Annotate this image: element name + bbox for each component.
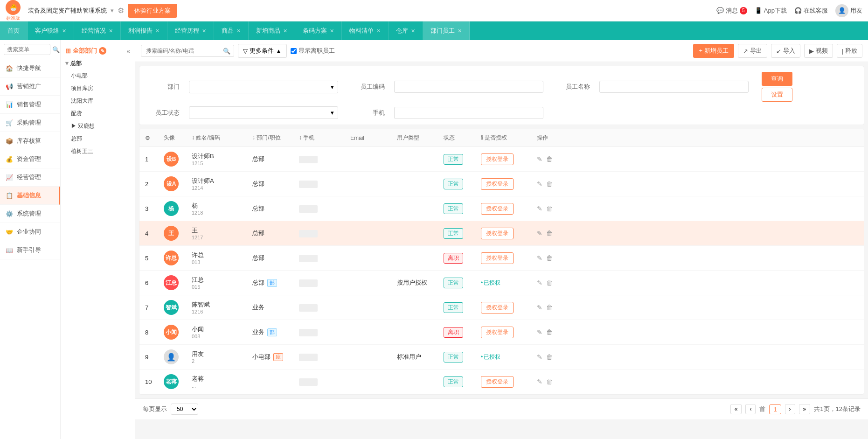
collapse-panel-btn[interactable]: « <box>127 48 130 55</box>
employee-name-input[interactable] <box>599 81 749 93</box>
sidebar-item-purchase[interactable]: 🛒 采购管理 <box>0 114 60 132</box>
dropdown-icon[interactable]: ▾ <box>111 7 114 14</box>
video-btn[interactable]: ▶ 视频 <box>804 44 833 58</box>
user-item[interactable]: 👤 用友 <box>835 4 862 17</box>
edit-dept-icon[interactable]: ✎ <box>99 47 106 55</box>
edit-icon[interactable]: ✎ <box>537 328 542 336</box>
th-dept[interactable]: ↕ 部门/职位 <box>247 129 293 147</box>
last-page-btn[interactable]: » <box>799 404 811 414</box>
sidebar-item-finance[interactable]: 💰 资金管理 <box>0 150 60 168</box>
trial-button[interactable]: 体验行业方案 <box>128 4 177 18</box>
tab-profit-close[interactable]: ✕ <box>155 28 160 34</box>
authorize-btn[interactable]: 授权登录 <box>481 178 514 190</box>
sidebar-item-inventory[interactable]: 📦 库存核算 <box>0 132 60 150</box>
tab-home[interactable]: 首页 <box>0 21 28 40</box>
tab-customer-close[interactable]: ✕ <box>62 28 66 34</box>
dept-item-distribution[interactable]: 配货 <box>61 107 135 120</box>
import-btn[interactable]: ↙ 导入 <box>771 44 800 58</box>
employee-search-input[interactable] <box>141 45 234 57</box>
sidebar-item-basic-info[interactable]: 📋 基础信息 <box>0 187 60 205</box>
other-btn[interactable]: | 释放 <box>837 44 862 58</box>
sidebar-item-sales[interactable]: 📊 销售管理 <box>0 96 60 114</box>
authorize-btn[interactable]: 授权登录 <box>481 252 514 264</box>
add-employee-btn[interactable]: + 新增员工 <box>693 44 734 58</box>
tab-profit[interactable]: 利润报告✕ <box>121 21 167 40</box>
message-item[interactable]: 💬 消息 5 <box>716 7 747 15</box>
app-download-item[interactable]: 📱 App下载 <box>755 7 787 15</box>
tab-employees[interactable]: 部门员工✕ <box>423 21 470 40</box>
sidebar-item-guide[interactable]: 📖 新手引导 <box>0 241 60 259</box>
authorize-btn[interactable]: 授权登录 <box>481 228 514 239</box>
authorize-btn[interactable]: 授权登录 <box>481 376 514 388</box>
employee-code-input[interactable] <box>394 81 543 93</box>
tab-goods[interactable]: 商品✕ <box>214 21 249 40</box>
tab-history-close[interactable]: ✕ <box>202 28 206 34</box>
authorize-btn[interactable]: 授权登录 <box>481 203 514 215</box>
tab-employees-close[interactable]: ✕ <box>458 28 462 34</box>
export-btn[interactable]: ↗ 导出 <box>738 44 767 58</box>
dept-item-shuanglu[interactable]: ▶ 双鹿想 <box>61 120 135 132</box>
tab-warehouse-close[interactable]: ✕ <box>411 28 415 34</box>
tab-bom-close[interactable]: ✕ <box>376 28 381 34</box>
edit-icon[interactable]: ✎ <box>537 205 542 212</box>
authorize-btn[interactable]: 授权登录 <box>481 327 514 338</box>
delete-icon[interactable]: 🗑 <box>546 230 553 237</box>
edit-icon[interactable]: ✎ <box>537 353 542 361</box>
first-page-btn[interactable]: « <box>730 404 742 414</box>
tab-history[interactable]: 经营历程✕ <box>167 21 214 40</box>
tab-customer[interactable]: 客户联络✕ <box>28 21 74 40</box>
dept-select[interactable]: ▾ <box>189 81 338 93</box>
more-conditions-btn[interactable]: ▽ 更多条件 ▲ <box>238 44 287 58</box>
tab-new-goods[interactable]: 新增商品✕ <box>249 21 295 40</box>
authorize-btn[interactable]: 授权登录 <box>481 153 514 165</box>
sidebar-item-quick-nav[interactable]: 🏠 快捷导航 <box>0 59 60 77</box>
delete-icon[interactable]: 🗑 <box>546 254 553 262</box>
edit-icon[interactable]: ✎ <box>537 378 542 385</box>
delete-icon[interactable]: 🗑 <box>546 155 553 163</box>
gear-icon[interactable]: ⚙ <box>118 6 124 15</box>
tab-goods-close[interactable]: ✕ <box>236 28 241 34</box>
edit-icon[interactable]: ✎ <box>537 180 542 188</box>
employee-status-select[interactable]: ▾ <box>189 106 338 119</box>
sidebar-item-system[interactable]: ⚙️ 系统管理 <box>0 205 60 223</box>
sidebar-item-enterprise[interactable]: 🤝 企业协同 <box>0 223 60 241</box>
page-size-select[interactable]: 50 20 100 <box>171 404 198 415</box>
sidebar-search-input[interactable] <box>4 44 50 55</box>
search-btn[interactable]: 查询 <box>762 72 792 86</box>
delete-icon[interactable]: 🗑 <box>546 353 553 361</box>
prev-page-btn[interactable]: ‹ <box>745 404 756 414</box>
next-page-btn[interactable]: › <box>785 404 795 414</box>
dept-item-zhishu[interactable]: 植树王三 <box>61 145 135 158</box>
edit-icon[interactable]: ✎ <box>537 230 542 237</box>
sidebar-item-marketing[interactable]: 📢 营销推广 <box>0 77 60 96</box>
delete-icon[interactable]: 🗑 <box>546 378 553 385</box>
reset-btn[interactable]: 设置 <box>762 88 792 102</box>
sidebar-item-operations[interactable]: 📈 经营管理 <box>0 168 60 187</box>
delete-icon[interactable]: 🗑 <box>546 279 553 286</box>
current-page[interactable]: 1 <box>769 404 781 414</box>
show-resigned-checkbox[interactable] <box>291 48 297 54</box>
online-service-item[interactable]: 🎧 在线客服 <box>794 7 828 15</box>
delete-icon[interactable]: 🗑 <box>546 328 553 336</box>
th-phone[interactable]: ↕ 手机 <box>293 129 345 147</box>
dept-item-shenyang[interactable]: 沈阳大库 <box>61 95 135 107</box>
edit-icon[interactable]: ✎ <box>537 155 542 163</box>
dept-item-xiaodian[interactable]: 小电部 <box>61 70 135 82</box>
show-resigned-label[interactable]: 显示离职员工 <box>291 47 335 55</box>
tab-new-goods-close[interactable]: ✕ <box>283 28 287 34</box>
th-name[interactable]: ↕ 姓名/编码 <box>186 129 247 147</box>
dept-item-zongbu[interactable]: 总部 <box>61 132 135 145</box>
edit-icon[interactable]: ✎ <box>537 304 542 311</box>
dept-section-head[interactable]: ▾总部 <box>61 58 135 70</box>
tab-bom[interactable]: 物料清单✕ <box>342 21 389 40</box>
th-settings[interactable]: ⚙ <box>139 129 158 147</box>
delete-icon[interactable]: 🗑 <box>546 304 553 311</box>
delete-icon[interactable]: 🗑 <box>546 180 553 188</box>
edit-icon[interactable]: ✎ <box>537 279 542 286</box>
edit-icon[interactable]: ✎ <box>537 254 542 262</box>
phone-input[interactable] <box>394 107 543 119</box>
tab-barcode-close[interactable]: ✕ <box>330 28 334 34</box>
delete-icon[interactable]: 🗑 <box>546 205 553 212</box>
tab-operation[interactable]: 经营情况✕ <box>74 21 121 40</box>
tab-warehouse[interactable]: 仓库✕ <box>389 21 423 40</box>
